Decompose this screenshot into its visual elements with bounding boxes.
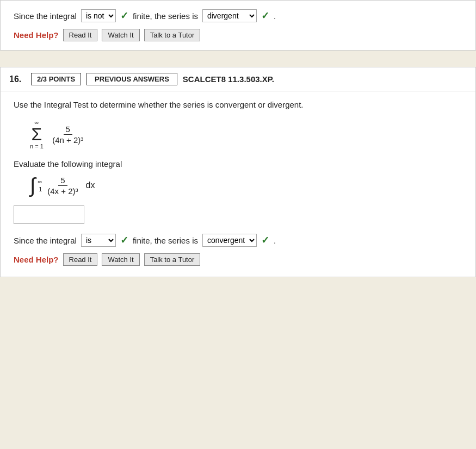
since-text: Since the integral: [14, 236, 77, 245]
sigma-notation: ∞ Σ n = 1: [30, 119, 44, 149]
top-since-text: Since the integral: [14, 11, 77, 21]
integral-limits: ∞ 1: [38, 178, 42, 194]
question-header: 16. 2/3 POINTS PREVIOUS ANSWERS SCALCET8…: [1, 67, 475, 91]
since-check1: ✓: [120, 234, 128, 246]
need-help-label-16: Need Help?: [14, 255, 59, 264]
since-line: Since the integral is is not ✓ finite, t…: [14, 234, 462, 247]
problem-id: SCALCET8 11.3.503.XP.: [183, 74, 274, 84]
integral-fraction: 5 (4x + 2)³: [45, 176, 80, 196]
since-period: .: [274, 236, 276, 245]
integral-dx: dx: [86, 180, 95, 190]
integral-upper: ∞: [38, 178, 42, 185]
top-talk-button[interactable]: Talk to a Tutor: [144, 29, 201, 41]
question-body: Use the Integral Test to determine wheth…: [1, 91, 475, 277]
top-need-help-line: Need Help? Read It Watch It Talk to a Tu…: [14, 29, 462, 41]
points-badge: 2/3 POINTS: [31, 73, 81, 85]
integral-sign: ∫: [30, 175, 35, 196]
need-help-line-16: Need Help? Read It Watch It Talk to a Tu…: [14, 253, 462, 266]
since-finite-text: finite, the series is: [133, 236, 198, 245]
top-dropdown1[interactable]: is not is: [81, 9, 116, 22]
evaluate-text: Evaluate the following integral: [14, 159, 462, 169]
since-check2: ✓: [261, 234, 269, 246]
question-16-section: 16. 2/3 POINTS PREVIOUS ANSWERS SCALCET8…: [0, 67, 476, 277]
page-wrapper: Since the integral is not is ✓ finite, t…: [0, 0, 476, 277]
integral-math: ∫ ∞ 1 5 (4x + 2)³ dx: [30, 175, 462, 196]
series-math: ∞ Σ n = 1 5 (4n + 2)³: [30, 119, 462, 149]
series-numerator: 5: [64, 124, 72, 135]
top-period: .: [274, 11, 276, 21]
top-integral-line: Since the integral is not is ✓ finite, t…: [14, 9, 462, 22]
since-dropdown1[interactable]: is is not: [81, 234, 116, 247]
prev-answers-badge: PREVIOUS ANSWERS: [86, 73, 177, 85]
sum-bottom: n = 1: [30, 143, 44, 149]
top-read-it-button[interactable]: Read It: [63, 29, 98, 41]
integral-lower: 1: [39, 185, 42, 193]
watch-it-button-16[interactable]: Watch It: [102, 253, 139, 266]
integral-numerator: 5: [58, 176, 67, 186]
integral-block: ∫ ∞ 1 5 (4x + 2)³ dx: [30, 175, 95, 196]
question-text: Use the Integral Test to determine wheth…: [14, 100, 462, 109]
top-check1: ✓: [120, 10, 128, 22]
integral-denominator: (4x + 2)³: [45, 186, 80, 196]
top-check2: ✓: [261, 10, 269, 22]
series-denominator: (4n + 2)³: [50, 135, 85, 145]
top-section: Since the integral is not is ✓ finite, t…: [0, 0, 476, 51]
top-finite-text: finite, the series is: [133, 11, 198, 21]
sigma-symbol: Σ: [32, 126, 42, 143]
spacer: [0, 51, 476, 67]
top-need-help-label: Need Help?: [14, 30, 59, 40]
top-dropdown2[interactable]: divergent convergent: [202, 9, 257, 22]
answer-input[interactable]: [14, 205, 84, 224]
talk-button-16[interactable]: Talk to a Tutor: [144, 253, 201, 266]
read-it-button-16[interactable]: Read It: [63, 253, 98, 266]
series-fraction: 5 (4n + 2)³: [50, 124, 85, 145]
question-number: 16.: [9, 74, 22, 84]
top-watch-it-button[interactable]: Watch It: [102, 29, 139, 41]
since-dropdown2[interactable]: convergent divergent: [202, 234, 257, 247]
